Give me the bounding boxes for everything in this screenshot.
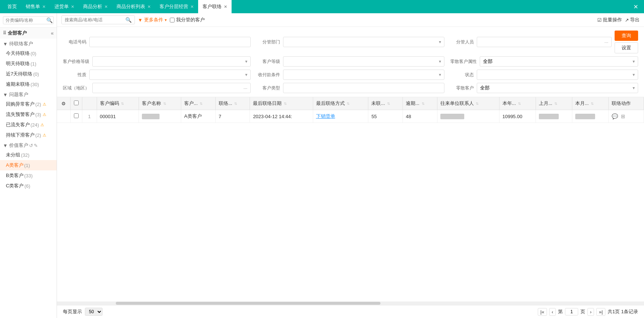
- qr-icon[interactable]: ⊞: [621, 113, 625, 119]
- filter-scatter-customer-select[interactable]: 全部 ▾: [477, 83, 638, 93]
- toolbar-search-input[interactable]: [65, 17, 125, 22]
- col-last-date[interactable]: 最后联络日期 ⇅: [250, 97, 313, 110]
- sidebar-item-declining[interactable]: 持续下滑客户 (2) ⚠: [0, 130, 57, 140]
- sidebar-all-customers[interactable]: ⠿ 全部客户 «: [0, 28, 57, 39]
- page-size-select[interactable]: 50: [85, 308, 103, 316]
- nav-analysis[interactable]: 商品分析 ✕: [79, 0, 112, 13]
- col-gear[interactable]: ⚙: [57, 97, 70, 110]
- refresh-icon[interactable]: ↺: [29, 143, 33, 148]
- sidebar-item-overdue[interactable]: 逾期未联络 (30): [0, 79, 57, 89]
- close-contact-tab[interactable]: ✕: [224, 4, 227, 9]
- col-customer-type[interactable]: 客户... ⇅: [181, 97, 216, 110]
- filter-scatter-attr-select[interactable]: 全部 ▾: [480, 56, 638, 67]
- col-last-method[interactable]: 最后联络方式 ⇅: [313, 97, 368, 110]
- toolbar-search-icon[interactable]: 🔍: [125, 17, 132, 23]
- row-action-icons: 💬 ⊞: [612, 113, 641, 119]
- edit-icon[interactable]: ✎: [34, 143, 38, 148]
- col-company-contact[interactable]: 往来单位联系人 ⇅: [437, 97, 499, 110]
- batch-op-btn[interactable]: ☑ 批量操作: [597, 17, 622, 23]
- export-btn[interactable]: ↗ 导出: [625, 17, 640, 23]
- sidebar-group-pending[interactable]: ▼ 待联络客户: [0, 39, 57, 48]
- row-checkbox[interactable]: [70, 110, 82, 123]
- last-method-link[interactable]: 下销货单: [316, 113, 335, 119]
- nav-sales[interactable]: 销售单 ✕: [21, 0, 50, 13]
- settings-btn[interactable]: 设置: [615, 42, 638, 53]
- prev-page-btn[interactable]: ‹: [549, 308, 556, 316]
- sidebar-collapse-btn[interactable]: «: [51, 30, 54, 36]
- close-analysis-list-tab[interactable]: ✕: [147, 4, 151, 9]
- col-checkbox[interactable]: [70, 97, 82, 110]
- sidebar-group-problem[interactable]: ▼ 问题客户: [0, 89, 57, 99]
- last-page-btn[interactable]: »|: [596, 308, 605, 316]
- sort-type-icon: ⇅: [200, 102, 203, 106]
- close-purchase-tab[interactable]: ✕: [71, 4, 74, 9]
- filter-manager-input[interactable]: ···: [477, 37, 612, 47]
- first-page-btn[interactable]: |«: [538, 308, 547, 316]
- row-code: 000031: [97, 110, 139, 123]
- sort-year-icon: ⇅: [518, 102, 521, 106]
- page-number-input[interactable]: [565, 308, 578, 315]
- col-customer-code[interactable]: 客户编码 ⇅: [97, 97, 139, 110]
- sidebar-item-today[interactable]: 今天待联络 (0): [0, 48, 57, 59]
- sidebar-group-value[interactable]: ▼ 价值客户 ↺ ✎: [0, 140, 57, 150]
- my-customers-checkbox[interactable]: 我分管的客户: [170, 17, 205, 23]
- filter-region-input[interactable]: ···: [92, 83, 251, 93]
- sidebar-item-tomorrow[interactable]: 明天待联络 (1): [0, 59, 57, 69]
- filter-phone-input[interactable]: [89, 37, 251, 47]
- content-area: 🔍 ▼ 更多条件 ▾ 我分管的客户 ☑ 批量操作 ↗ 导出: [57, 13, 644, 318]
- sort-nocontact-icon: ⇅: [387, 102, 390, 106]
- col-customer-name[interactable]: 客户名称 ⇅: [139, 97, 181, 110]
- scrollbar-thumb[interactable]: [116, 302, 380, 305]
- nav-customer-contact[interactable]: 客户联络 ✕: [198, 0, 232, 13]
- filter-payment-select[interactable]: ▾: [283, 70, 444, 80]
- close-segment-tab[interactable]: ✕: [190, 4, 194, 9]
- col-current-year[interactable]: 本年... ⇅: [499, 97, 536, 110]
- sort-contact-icon: ⇅: [234, 102, 237, 106]
- nav-purchase[interactable]: 进货单 ✕: [50, 0, 79, 13]
- filter-row-status: 状态 ▾: [450, 70, 638, 80]
- col-current-month[interactable]: 本月... ⇅: [572, 97, 608, 110]
- nav-analysis-list[interactable]: 商品分析列表 ✕: [112, 0, 155, 13]
- filter-customer-grade-select[interactable]: ▾: [283, 56, 444, 67]
- row-last-method[interactable]: 下销货单: [313, 110, 368, 123]
- row-overdue: 48: [403, 110, 437, 123]
- row-select-checkbox[interactable]: [74, 113, 79, 118]
- row-last-date: 2023-04-12 14:44:: [250, 110, 313, 123]
- filter-more-btn[interactable]: ▼ 更多条件 ▾: [138, 17, 167, 23]
- select-all-checkbox[interactable]: [74, 100, 79, 105]
- nav-customer-segment[interactable]: 客户分层经营 ✕: [155, 0, 198, 13]
- next-page-btn[interactable]: ›: [587, 308, 594, 316]
- close-all-tabs[interactable]: ✕: [630, 3, 641, 10]
- horizontal-scrollbar[interactable]: [57, 301, 644, 305]
- close-analysis-tab[interactable]: ✕: [104, 4, 108, 9]
- sidebar-item-7days[interactable]: 近7天待联络 (0): [0, 69, 57, 79]
- filter-dept-select[interactable]: ▾: [283, 37, 444, 47]
- sidebar-item-churn-warning[interactable]: 流失预警客户 (3) ⚠: [0, 109, 57, 120]
- sidebar-item-repurchase[interactable]: 回购异常客户 (2) ⚠: [0, 99, 57, 109]
- sidebar-item-b-class[interactable]: B类客户 (33): [0, 170, 57, 181]
- my-customers-check[interactable]: [170, 18, 175, 22]
- arrow-value: ▼: [3, 143, 8, 148]
- nav-home[interactable]: 首页: [3, 0, 21, 13]
- col-no-contact-days[interactable]: 未联... ⇅: [368, 97, 403, 110]
- query-btn[interactable]: 查询: [615, 31, 638, 41]
- col-last-month[interactable]: 上月... ⇅: [536, 97, 572, 110]
- col-overdue[interactable]: 逾期... ⇅: [403, 97, 437, 110]
- chat-icon[interactable]: 💬: [612, 113, 618, 119]
- sidebar-item-churned[interactable]: 已流失客户 (24) ⚠: [0, 120, 57, 130]
- filter-customer-type-input[interactable]: [283, 83, 444, 93]
- filter-row-price-grade: 客户价格等级 ▾: [63, 56, 251, 67]
- sidebar-item-unclassified[interactable]: 未分组 (32): [0, 150, 57, 160]
- filter-status-select[interactable]: ▾: [477, 70, 638, 80]
- filter-nature-select[interactable]: ▾: [89, 70, 251, 80]
- table-container[interactable]: ⚙ 客户编码 ⇅ 客户名称 ⇅ 客户... ⇅: [57, 97, 644, 301]
- sidebar-item-a-class[interactable]: A类客户 (1): [0, 160, 57, 170]
- filter-actions: 查询 设置: [615, 31, 638, 53]
- filter-price-grade-select[interactable]: ▾: [92, 56, 251, 67]
- export-icon: ↗: [625, 17, 629, 23]
- col-contact-count[interactable]: 联络... ⇅: [215, 97, 250, 110]
- sidebar-search-icon[interactable]: 🔍: [46, 17, 53, 23]
- close-sales-tab[interactable]: ✕: [42, 4, 46, 9]
- sidebar-item-c-class[interactable]: C类客户 (6): [0, 181, 57, 191]
- scatter-attr-dropdown-icon: ▾: [633, 59, 635, 64]
